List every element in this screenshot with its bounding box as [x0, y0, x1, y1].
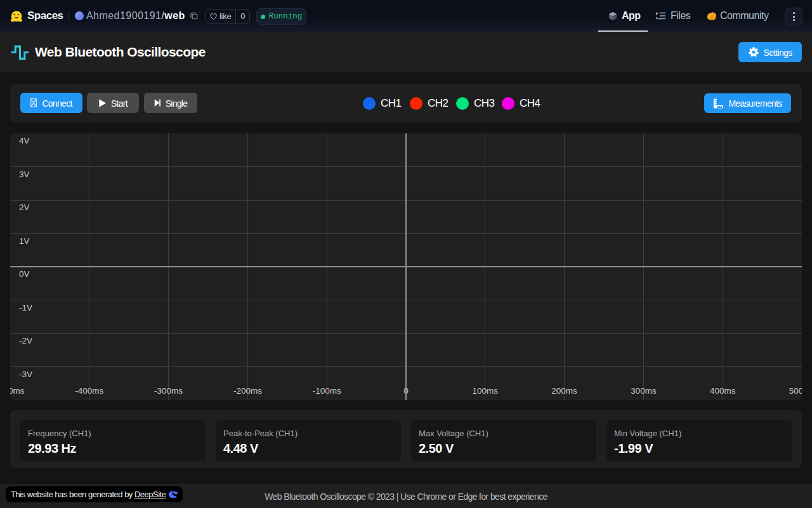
svg-text:500ms: 500ms [789, 386, 802, 396]
svg-text:3V: 3V [19, 170, 30, 179]
svg-text:-200ms: -200ms [233, 386, 262, 396]
svg-text:2V: 2V [19, 203, 30, 212]
svg-text:1V: 1V [19, 236, 30, 246]
svg-text:0V: 0V [19, 269, 30, 279]
svg-text:-2V: -2V [19, 336, 32, 345]
svg-text:4V: 4V [19, 136, 30, 145]
svg-text:-300ms: -300ms [154, 386, 183, 396]
svg-text:100ms: 100ms [473, 386, 499, 396]
svg-text:300ms: 300ms [631, 386, 657, 396]
svg-text:-400ms: -400ms [75, 386, 103, 396]
svg-text:-1V: -1V [19, 303, 32, 312]
svg-text:-500ms: -500ms [10, 386, 25, 396]
svg-text:-3V: -3V [19, 370, 32, 379]
svg-text:-100ms: -100ms [313, 386, 341, 396]
svg-text:0: 0 [403, 386, 409, 396]
svg-text:200ms: 200ms [551, 386, 577, 396]
svg-text:400ms: 400ms [710, 386, 736, 396]
